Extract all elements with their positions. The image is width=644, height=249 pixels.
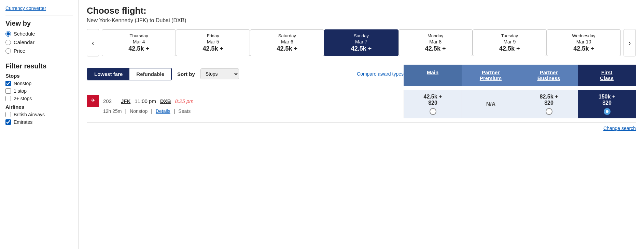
sort-label: Sort by	[177, 71, 195, 77]
flight-stops: Nonstop	[130, 108, 148, 114]
date-navigation: ‹ Thursday Mar 4 42.5k + Friday Mar 5 42…	[87, 29, 636, 56]
british-airways-checkbox-item[interactable]: British Airways	[5, 112, 73, 117]
flight-list: ✈ 202 JFK 11:00 pm DXB 8:25 pm 12h 25m |…	[87, 86, 636, 123]
origin-airport: JFK	[121, 98, 130, 104]
sort-select[interactable]: Stops Price Duration	[200, 68, 239, 79]
date-price: 42.5k +	[327, 45, 395, 52]
date-card-mar-6[interactable]: Saturday Mar 6 42.5k +	[250, 29, 324, 56]
date-price: 42.5k +	[550, 45, 618, 52]
airline-logo: ✈	[87, 95, 99, 107]
date-card-mar-4[interactable]: Thursday Mar 4 42.5k +	[102, 29, 176, 56]
main-content: Choose flight: New York-Kennedy (JFK) to…	[79, 0, 644, 249]
page-title: Choose flight:	[87, 5, 636, 16]
view-by-options: Schedule Calendar Price	[5, 31, 73, 54]
schedule-radio[interactable]	[5, 31, 11, 37]
class-header-partner-premium[interactable]: PartnerPremium	[462, 65, 520, 86]
compare-award-link[interactable]: Compare award types	[357, 71, 404, 77]
price-cell-3[interactable]: 150k +$20	[578, 90, 636, 118]
price-cell-1: N/A	[462, 90, 520, 118]
nonstop-label: Nonstop	[14, 81, 31, 86]
divider2	[5, 58, 73, 58]
2stops-checkbox-item[interactable]: 2+ stops	[5, 96, 73, 101]
calendar-label: Calendar	[14, 39, 34, 45]
nonstop-checkbox-item[interactable]: Nonstop	[5, 81, 73, 86]
next-date-arrow[interactable]: ›	[624, 29, 636, 56]
day-name: Sunday	[327, 33, 395, 38]
date-card-mar-10[interactable]: Wednesday Mar 10 42.5k +	[547, 29, 621, 56]
calendar-radio[interactable]	[5, 40, 11, 45]
first-class-label: FirstClass	[600, 69, 614, 81]
route-subtitle: New York-Kennedy (JFK) to Dubai (DXB)	[87, 17, 636, 24]
departure-time: 11:00 pm	[135, 98, 156, 104]
day-name: Thursday	[105, 33, 173, 38]
nonstop-checkbox[interactable]	[5, 81, 11, 86]
change-search-link[interactable]: Change search	[603, 126, 636, 131]
date-str: Mar 10	[550, 39, 618, 44]
day-name: Saturday	[253, 33, 321, 38]
refundable-tab[interactable]: Refundable	[129, 68, 171, 80]
flight-top: ✈ 202 JFK 11:00 pm DXB 8:25 pm	[87, 95, 404, 107]
date-card-mar-8[interactable]: Monday Mar 8 42.5k +	[398, 29, 473, 56]
date-str: Mar 9	[476, 39, 544, 44]
divider	[5, 15, 73, 15]
prev-date-arrow[interactable]: ‹	[87, 29, 99, 56]
price-amount: 82.5k +$20	[540, 94, 558, 106]
lowest-fare-tab[interactable]: Lowest fare	[87, 68, 129, 80]
airlines-checkboxes: British Airways Emirates	[5, 112, 73, 125]
price-cells: 42.5k +$20 N/A 82.5k +$20 150k +$20	[404, 90, 636, 118]
price-label: Price	[14, 48, 25, 54]
date-str: Mar 8	[402, 39, 470, 44]
partner-premium-label: PartnerPremium	[480, 69, 502, 81]
british-airways-checkbox[interactable]	[5, 112, 11, 117]
price-radio[interactable]	[604, 108, 611, 115]
filter-results-title: Filter results	[5, 62, 73, 70]
date-price: 42.5k +	[105, 45, 173, 52]
emirates-label: Emirates	[14, 119, 32, 125]
1stop-checkbox[interactable]	[5, 88, 11, 94]
seats-label: Seats	[178, 108, 191, 114]
class-headers: Main PartnerPremium PartnerBusiness Firs…	[404, 65, 636, 86]
emirates-checkbox[interactable]	[5, 119, 11, 125]
date-price: 42.5k +	[253, 45, 321, 52]
1stop-checkbox-item[interactable]: 1 stop	[5, 88, 73, 94]
flight-details-link[interactable]: Details	[156, 108, 170, 114]
class-header-first-class[interactable]: FirstClass	[578, 65, 636, 86]
radio-item-schedule[interactable]: Schedule	[5, 31, 73, 37]
change-search-row: Change search	[87, 123, 636, 134]
day-name: Friday	[179, 33, 247, 38]
day-name: Monday	[402, 33, 470, 38]
radio-item-calendar[interactable]: Calendar	[5, 39, 73, 45]
main-class-label: Main	[427, 69, 438, 75]
stops-label: Stops	[5, 73, 73, 79]
day-name: Tuesday	[476, 33, 544, 38]
date-str: Mar 5	[179, 39, 247, 44]
date-price: 42.5k +	[402, 45, 470, 52]
flight-bottom: 12h 25m | Nonstop | Details | Seats	[103, 108, 404, 114]
price-cell-2[interactable]: 82.5k +$20	[520, 90, 578, 118]
emirates-checkbox-item[interactable]: Emirates	[5, 119, 73, 125]
price-radio[interactable]	[546, 108, 552, 115]
date-card-mar-5[interactable]: Friday Mar 5 42.5k +	[176, 29, 250, 56]
currency-converter-link[interactable]: Currency converter	[5, 5, 46, 11]
date-str: Mar 7	[327, 39, 395, 44]
view-by-title: View by	[5, 19, 73, 27]
airlines-label: Airlines	[5, 104, 73, 110]
schedule-label: Schedule	[14, 31, 35, 37]
radio-item-price[interactable]: Price	[5, 48, 73, 54]
date-price: 42.5k +	[476, 45, 544, 52]
price-cell-0[interactable]: 42.5k +$20	[404, 90, 462, 118]
fare-tabs: Lowest fare Refundable	[87, 68, 172, 80]
price-amount: 150k +$20	[599, 94, 615, 106]
flight-row: ✈ 202 JFK 11:00 pm DXB 8:25 pm 12h 25m |…	[87, 86, 636, 123]
date-card-mar-9[interactable]: Tuesday Mar 9 42.5k +	[473, 29, 547, 56]
price-radio[interactable]	[430, 108, 436, 115]
2stops-checkbox[interactable]	[5, 96, 11, 101]
stops-checkboxes: Nonstop 1 stop 2+ stops	[5, 81, 73, 101]
date-cards: Thursday Mar 4 42.5k + Friday Mar 5 42.5…	[102, 29, 621, 56]
class-header-main[interactable]: Main	[404, 65, 462, 86]
class-header-partner-business[interactable]: PartnerBusiness	[520, 65, 578, 86]
flight-duration: 12h 25m	[103, 108, 122, 114]
2stops-label: 2+ stops	[14, 96, 32, 101]
price-radio[interactable]	[5, 48, 11, 54]
date-card-mar-7[interactable]: Sunday Mar 7 42.5k +	[324, 29, 398, 56]
